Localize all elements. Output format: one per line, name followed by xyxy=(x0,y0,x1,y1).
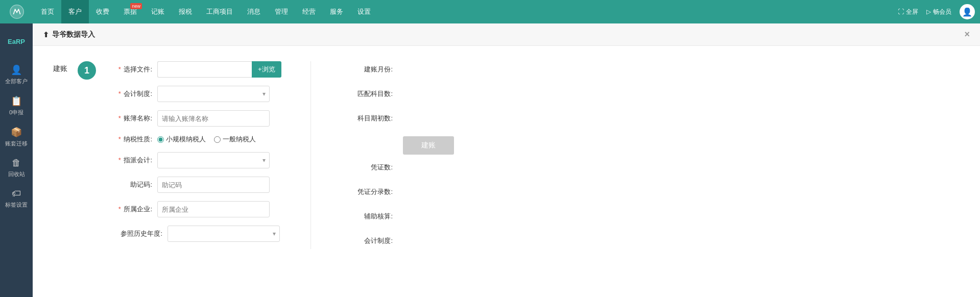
member-button[interactable]: ▷ 畅会员 xyxy=(926,8,951,16)
nav-item-fee[interactable]: 收费 xyxy=(89,0,116,23)
memo-input[interactable] xyxy=(157,177,270,193)
step-label: 建账 xyxy=(53,64,67,73)
content-area: ⬆ 导爷数据导入 × 建账 1 * 选择文件: xyxy=(33,23,980,297)
nav-item-business[interactable]: 工商项目 xyxy=(199,0,240,23)
radio-small-taxpayer[interactable]: 小规模纳税人 xyxy=(157,135,206,144)
history-year-select-wrapper xyxy=(168,226,280,242)
label-icon: 🏷 xyxy=(12,188,21,199)
aux-accounting-label: 辅助核算: xyxy=(342,212,393,221)
accounting-system-select[interactable] xyxy=(157,86,270,102)
nav-item-settings[interactable]: 设置 xyxy=(350,0,378,23)
nav-item-ticket[interactable]: 票据 new xyxy=(116,0,144,23)
accountant-label: * 指派会计: xyxy=(111,156,152,165)
required-star5: * xyxy=(118,156,121,164)
right-accounting-system-label: 会计制度: xyxy=(342,236,393,245)
nav-item-customer[interactable]: 客户 xyxy=(61,0,89,23)
navbar-right: ⛶ 全屏 ▷ 畅会员 👤 xyxy=(898,4,975,19)
voucher-entries-label: 凭证分录数: xyxy=(342,187,393,196)
navbar-logo xyxy=(5,0,29,23)
recycle-icon: 🗑 xyxy=(12,158,21,168)
tax-type-label: * 纳税性质: xyxy=(111,135,152,144)
voucher-count-row: 建账 xyxy=(342,135,485,151)
file-input[interactable] xyxy=(157,61,252,78)
company-input[interactable] xyxy=(157,201,270,217)
history-year-label: 参照历史年度: xyxy=(111,229,162,238)
radio-general-taxpayer[interactable]: 一般纳税人 xyxy=(214,135,256,144)
dialog-header: ⬆ 导爷数据导入 × xyxy=(33,23,980,46)
accountant-select-wrapper xyxy=(157,152,270,168)
company-row: * 所属企业: xyxy=(111,201,280,217)
sidebar-item-label-settings[interactable]: 🏷 标签设置 xyxy=(1,184,32,213)
close-button[interactable]: × xyxy=(964,29,970,40)
nav-item-home[interactable]: 首页 xyxy=(34,0,61,23)
nav-item-message[interactable]: 消息 xyxy=(240,0,268,23)
step-circle: 1 xyxy=(78,61,96,80)
sidebar-item-all-customers[interactable]: 👤 全部客户 xyxy=(1,60,32,89)
radio-general-input[interactable] xyxy=(214,136,221,143)
file-label: * 选择文件: xyxy=(111,65,152,74)
main-layout: EaRP 👤 全部客户 📋 0申报 📦 账套迁移 🗑 回收站 🏷 标签设置 ⬆ … xyxy=(0,23,980,297)
file-input-group: +浏览 xyxy=(157,61,270,78)
history-year-select[interactable] xyxy=(168,226,280,242)
navbar: 首页 客户 收费 票据 new 记账 报税 工商项目 消息 管理 经营 服务 设… xyxy=(0,0,980,23)
nav-item-operation[interactable]: 经营 xyxy=(295,0,323,23)
upload-icon: ⬆ xyxy=(43,31,49,39)
sidebar-item-zero-declare[interactable]: 📋 0申报 xyxy=(1,91,32,120)
accountant-row: * 指派会计: xyxy=(111,152,280,168)
ledger-name-label: * 账簿名称: xyxy=(111,114,152,123)
sidebar-logo: EaRP xyxy=(1,29,32,55)
browse-button[interactable]: +浏览 xyxy=(252,61,281,78)
voucher-entries-detail-row: 凭证分录数: xyxy=(342,184,485,200)
ledger-name-input[interactable] xyxy=(157,110,270,127)
nav-item-service[interactable]: 服务 xyxy=(323,0,350,23)
required-star4: * xyxy=(118,135,121,143)
sidebar-item-recycle[interactable]: 🗑 回收站 xyxy=(1,154,32,182)
memo-row: 助记码: xyxy=(111,177,280,193)
right-info-section: 建账月份: 匹配科目数: 科目期初数: 建账 凭证数: xyxy=(342,61,485,249)
required-star6: * xyxy=(118,205,121,213)
build-button[interactable]: 建账 xyxy=(403,136,454,155)
nav-item-tax[interactable]: 报税 xyxy=(172,0,199,23)
sidebar: EaRP 👤 全部客户 📋 0申报 📦 账套迁移 🗑 回收站 🏷 标签设置 xyxy=(0,23,33,297)
memo-label: 助记码: xyxy=(111,180,152,189)
new-badge: new xyxy=(130,3,142,9)
voucher-count-label: 凭证数: xyxy=(342,163,393,172)
dialog-body: 建账 1 * 选择文件: +浏览 xyxy=(33,46,980,264)
voucher-entries-row: 凭证数: xyxy=(342,159,485,176)
migration-icon: 📦 xyxy=(11,127,22,138)
accountant-select[interactable] xyxy=(157,152,270,168)
accounting-system-label: * 会计制度: xyxy=(111,89,152,98)
play-icon: ▷ xyxy=(926,8,931,15)
history-year-row: 参照历史年度: xyxy=(111,226,280,242)
fullscreen-icon: ⛶ xyxy=(898,8,904,15)
match-subjects-label: 匹配科目数: xyxy=(342,89,393,98)
divider xyxy=(310,61,311,249)
fullscreen-button[interactable]: ⛶ 全屏 xyxy=(898,8,918,16)
declare-icon: 📋 xyxy=(11,95,22,107)
sidebar-item-account-migration[interactable]: 📦 账套迁移 xyxy=(1,122,32,152)
radio-small-input[interactable] xyxy=(157,136,164,143)
right-accounting-system-row: 会计制度: xyxy=(342,233,485,249)
required-star2: * xyxy=(118,90,121,97)
nav-item-manage[interactable]: 管理 xyxy=(268,0,295,23)
aux-accounting-row: 辅助核算: xyxy=(342,208,485,225)
avatar[interactable]: 👤 xyxy=(960,4,975,19)
subjects-init-row: 科目期初数: xyxy=(342,110,485,127)
required-star: * xyxy=(118,65,121,73)
all-customers-icon: 👤 xyxy=(11,64,22,76)
accounting-system-row: * 会计制度: xyxy=(111,86,280,102)
form-section: * 选择文件: +浏览 * 会计制度: xyxy=(111,61,280,242)
subjects-init-label: 科目期初数: xyxy=(342,114,393,123)
ledger-name-row: * 账簿名称: xyxy=(111,110,280,127)
company-label: * 所属企业: xyxy=(111,205,152,214)
build-month-row: 建账月份: xyxy=(342,61,485,78)
match-subjects-row: 匹配科目数: xyxy=(342,86,485,102)
nav-item-ledger[interactable]: 记账 xyxy=(144,0,172,23)
file-row: * 选择文件: +浏览 xyxy=(111,61,280,78)
tax-type-row: * 纳税性质: 小规模纳税人 一般纳税人 xyxy=(111,135,280,144)
radio-group: 小规模纳税人 一般纳税人 xyxy=(157,135,256,144)
required-star3: * xyxy=(118,114,121,122)
step-form-wrapper: 建账 1 * 选择文件: +浏览 xyxy=(53,61,280,249)
dialog-title: 导爷数据导入 xyxy=(52,30,95,39)
build-month-label: 建账月份: xyxy=(342,65,393,74)
